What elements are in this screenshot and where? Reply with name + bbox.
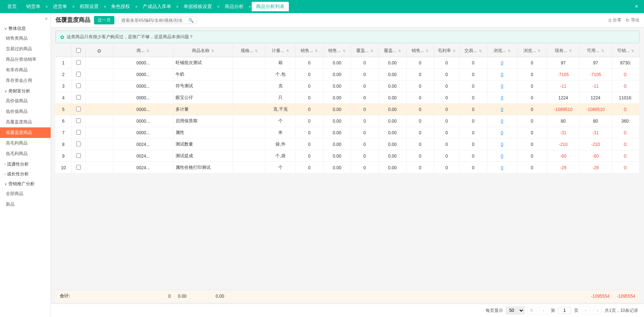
th-avail-sort[interactable]: ⇅ — [601, 49, 604, 53]
th-cover1-sort[interactable]: ⇅ — [370, 49, 373, 53]
search-input[interactable] — [121, 18, 187, 23]
export-btn[interactable]: ↻ 导出 — [626, 17, 640, 23]
cell-name: 属性价格打印测试 — [173, 162, 233, 174]
th-browse1-sort[interactable]: ⇅ — [508, 49, 511, 53]
nav-sales-close[interactable]: × — [46, 4, 48, 9]
select-all-checkbox[interactable] — [76, 48, 81, 53]
row-checkbox[interactable] — [76, 60, 81, 65]
row-checkbox[interactable] — [76, 153, 81, 158]
nav-product-in[interactable]: 产成品入库单 — [138, 2, 176, 11]
nav-analysis-list[interactable]: 商品分析列表 — [252, 2, 289, 11]
sidebar-section-marketing[interactable]: ∨ 营销推广分析 — [0, 179, 51, 189]
sidebar-item-high-value[interactable]: 高价值商品 — [0, 96, 51, 106]
th-spec-sort[interactable]: ⇅ — [255, 49, 258, 53]
row-checkbox[interactable] — [76, 118, 81, 123]
browse-link[interactable]: 0 — [501, 84, 503, 89]
cell-sale1: 0 — [295, 115, 323, 127]
th-cover2-sort[interactable]: ⇅ — [398, 49, 401, 53]
sidebar-item-new-goods[interactable]: 新品 — [0, 199, 51, 210]
share-btn[interactable]: ⎙ 分享 — [609, 17, 621, 23]
th-sale1-sort[interactable]: ⇅ — [315, 49, 318, 53]
row-checkbox[interactable] — [76, 165, 81, 170]
browse-link[interactable]: 0 — [501, 142, 503, 147]
sidebar-item-category-rate[interactable]: 商品分类动销率 — [0, 54, 51, 65]
sidebar-section-growth[interactable]: › 成长性分析 — [0, 169, 51, 179]
browse-link[interactable]: 0 — [501, 60, 503, 66]
per-page-label: 每页显示 — [486, 308, 503, 314]
th-unit-sort[interactable]: ⇅ — [286, 49, 289, 53]
cell-spec — [233, 162, 266, 174]
window-close-btn[interactable]: × — [632, 3, 641, 10]
search-icon[interactable]: 🔍 — [188, 18, 194, 23]
nav-home[interactable]: 首页 — [3, 2, 21, 11]
row-checkbox[interactable] — [76, 83, 81, 88]
sidebar-collapse-btn[interactable]: « — [0, 13, 51, 23]
row-checkbox[interactable] — [76, 95, 81, 100]
nav-role[interactable]: 角色授权 — [107, 2, 134, 11]
sidebar-item-sales-goods[interactable]: 销售类商品 — [0, 33, 51, 44]
prev-page-btn[interactable]: ‹ — [539, 306, 548, 315]
th-sellable-sort[interactable]: ⇅ — [631, 49, 634, 53]
browse-link[interactable]: 0 — [501, 130, 503, 135]
page-input[interactable] — [558, 307, 571, 314]
row-checkbox[interactable] — [76, 142, 81, 146]
nav-analysis-list-close[interactable]: × — [290, 4, 292, 9]
row-checkbox[interactable] — [76, 72, 81, 76]
browse-link[interactable]: 0 — [501, 95, 503, 100]
th-name-sort[interactable]: ⇅ — [211, 49, 214, 53]
cell-sale3: 0 — [406, 150, 434, 162]
sidebar-item-low-profit[interactable]: 低毛利商品 — [0, 148, 51, 159]
nav-role-close[interactable]: × — [135, 4, 137, 9]
cell-cover1: 0 — [351, 80, 378, 92]
row-checkbox[interactable] — [76, 130, 81, 135]
nav-product-in-close[interactable]: × — [176, 4, 178, 9]
nav-permission[interactable]: 权限设置 — [75, 2, 103, 11]
th-code-sort[interactable]: ⇅ — [146, 49, 149, 53]
table-container[interactable]: ⚙ 商... ⇅ 商品名称 ⇅ 规格... ⇅ — [55, 45, 640, 290]
browse-link[interactable]: 0 — [501, 72, 503, 77]
th-gross-sort[interactable]: ⇅ — [453, 49, 456, 53]
per-page-select[interactable]: 50 20 100 — [506, 306, 525, 314]
table-settings-icon[interactable]: ⚙ — [97, 48, 102, 54]
th-sale3-sort[interactable]: ⇅ — [426, 49, 429, 53]
nav-analysis[interactable]: 商品分析 — [220, 2, 248, 11]
table-row: 10 0024... 属性价格打印测试 个 0 0.00 0 0.00 0 0 … — [55, 162, 640, 174]
sidebar-item-high-profit[interactable]: 高毛利商品 — [0, 138, 51, 148]
sidebar-item-all-goods[interactable]: 全部商品 — [0, 189, 51, 199]
th-sale2-sort[interactable]: ⇅ — [343, 49, 346, 53]
sidebar-item-high-coverage[interactable]: 高覆盖度商品 — [0, 117, 51, 127]
th-cur-sort[interactable]: ⇅ — [569, 49, 572, 53]
sidebar-section-overall[interactable]: ∨ 整体信息 — [0, 23, 51, 33]
sidebar-item-stock-goods[interactable]: 有库存商品 — [0, 65, 51, 75]
th-trade-sort[interactable]: ⇅ — [479, 49, 482, 53]
nav-purchase-close[interactable]: × — [72, 4, 74, 9]
browse-link[interactable]: 0 — [501, 165, 503, 170]
sidebar-item-low-coverage[interactable]: 低覆盖度商品 — [0, 127, 51, 138]
sidebar-section-wealth[interactable]: ∨ 类财富分析 — [0, 86, 51, 96]
first-page-btn[interactable]: K — [527, 306, 536, 315]
cell-num: 9 — [55, 150, 71, 162]
nav-sales[interactable]: 销货单 — [22, 2, 45, 11]
cell-code: 0024... — [113, 139, 173, 150]
sidebar-item-low-value[interactable]: 低价值商品 — [0, 106, 51, 117]
cell-cur: -28 — [547, 162, 580, 174]
nav-purchase[interactable]: 进货单 — [48, 2, 71, 11]
sidebar-section-circulation[interactable]: › 流通性分析 — [0, 159, 51, 169]
last-page-btn[interactable]: › — [593, 306, 602, 315]
nav-analysis-close[interactable]: × — [249, 4, 251, 9]
browse-link[interactable]: 0 — [501, 107, 503, 112]
nav-template[interactable]: 单据模板设置 — [179, 2, 216, 11]
nav-template-close[interactable]: × — [217, 4, 219, 9]
period-btn[interactable]: 近一月 — [94, 16, 114, 24]
nav-permission-close[interactable]: × — [104, 4, 106, 9]
browse-link[interactable]: 0 — [501, 119, 503, 124]
cell-settings — [85, 69, 113, 80]
cell-sellable: 0: — [612, 80, 639, 92]
th-browse2-sort[interactable]: ⇅ — [538, 49, 541, 53]
next-page-btn[interactable]: › — [581, 306, 590, 315]
sidebar-item-capital-occupy[interactable]: 库存资金占用 — [0, 75, 51, 86]
browse-link[interactable]: 0 — [501, 154, 503, 159]
row-checkbox[interactable] — [76, 107, 81, 111]
sidebar-item-traded-goods[interactable]: 交易过的商品 — [0, 44, 51, 54]
total-label: 合计: — [60, 293, 70, 299]
